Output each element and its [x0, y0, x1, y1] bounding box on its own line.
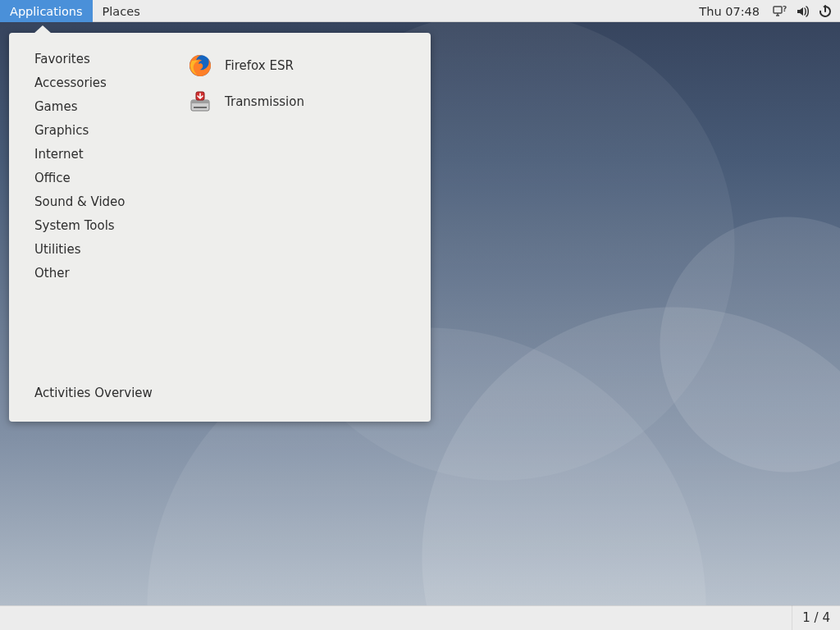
category-label: Favorites — [34, 52, 90, 66]
category-accessories[interactable]: Accessories — [9, 71, 177, 95]
applications-menu-label: Applications — [10, 5, 83, 18]
activities-overview-label: Activities Overview — [34, 386, 153, 400]
category-label: Other — [34, 266, 70, 281]
clock-text: Thu 07:48 — [699, 5, 760, 18]
category-label: Office — [34, 171, 71, 185]
svg-rect-0 — [774, 7, 782, 13]
top-panel: Applications Places Thu 07:48 ? — [0, 0, 840, 22]
category-sound-video[interactable]: Sound & Video — [9, 190, 177, 214]
category-label: Utilities — [34, 242, 80, 257]
menu-apps-pane: Firefox ESR Transmission — [177, 33, 431, 422]
transmission-icon — [187, 89, 213, 115]
app-label: Transmission — [225, 94, 304, 109]
category-label: Internet — [34, 147, 84, 162]
applications-menu: Favorites Accessories Games Graphics Int… — [9, 33, 431, 422]
applications-menu-button[interactable]: Applications — [0, 0, 93, 22]
firefox-icon — [187, 52, 213, 79]
svg-text:?: ? — [783, 5, 787, 13]
svg-rect-9 — [194, 107, 207, 108]
category-label: Accessories — [34, 75, 107, 90]
places-menu-button[interactable]: Places — [93, 0, 150, 22]
svg-rect-8 — [191, 100, 209, 103]
places-menu-label: Places — [103, 5, 140, 18]
category-label: System Tools — [34, 218, 115, 233]
app-transmission[interactable]: Transmission — [187, 84, 431, 120]
system-tray: ? — [768, 0, 840, 22]
category-label: Graphics — [34, 123, 89, 138]
workspace-indicator: 1 / 4 — [802, 610, 830, 625]
category-system-tools[interactable]: System Tools — [9, 214, 177, 238]
bottom-taskbar: 1 / 4 — [0, 605, 840, 630]
menu-categories-pane: Favorites Accessories Games Graphics Int… — [9, 33, 177, 422]
app-firefox-esr[interactable]: Firefox ESR — [187, 48, 431, 84]
app-label: Firefox ESR — [225, 58, 294, 73]
activities-overview-item[interactable]: Activities Overview — [9, 381, 177, 410]
category-utilities[interactable]: Utilities — [9, 238, 177, 262]
workspace-switcher[interactable]: 1 / 4 — [792, 605, 840, 630]
category-label: Games — [34, 99, 77, 114]
category-favorites[interactable]: Favorites — [9, 48, 177, 71]
category-games[interactable]: Games — [9, 95, 177, 119]
category-graphics[interactable]: Graphics — [9, 119, 177, 143]
network-unknown-icon[interactable]: ? — [771, 3, 788, 20]
category-label: Sound & Video — [34, 194, 126, 209]
volume-icon[interactable] — [794, 3, 810, 20]
power-icon[interactable] — [817, 3, 833, 20]
category-other[interactable]: Other — [9, 262, 177, 285]
category-office[interactable]: Office — [9, 167, 177, 190]
category-internet[interactable]: Internet — [9, 143, 177, 167]
clock[interactable]: Thu 07:48 — [691, 0, 768, 22]
